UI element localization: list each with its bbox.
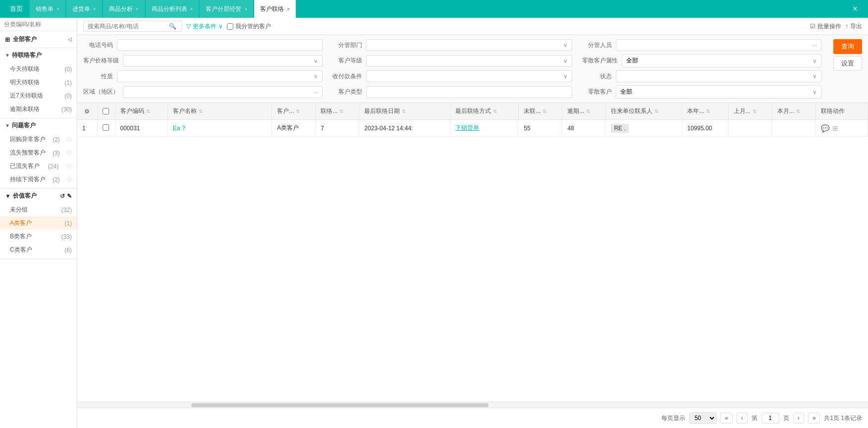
next-page-btn[interactable]: › [793,413,804,424]
no-contact-days: 55 [524,125,530,132]
sidebar-section-value-label[interactable]: 价值客户 [13,192,37,200]
filter-field-retail: 零散客户 全部 ∨ [582,85,821,99]
nav-tab-analysis-close[interactable]: × [136,6,139,12]
filter-select-price-level[interactable]: ∨ [123,55,323,67]
sidebar-search-input[interactable] [4,21,77,28]
customer-type: A类客户 [277,124,299,131]
th-last-month-sort[interactable]: ⇅ [753,108,757,114]
action-qr-icon[interactable]: ⊞ [832,124,838,132]
nav-tab-purchase[interactable]: 进货单 × [66,0,102,18]
nav-tab-sales[interactable]: 销售单 × [30,0,65,18]
th-last-date-sort[interactable]: ⇅ [402,108,406,114]
sidebar-item-a-class[interactable]: A类客户 (1) [0,216,77,230]
td-code: 000031 [115,120,167,137]
nav-tab-customer-mgmt-close[interactable]: × [244,6,247,12]
gear-settings-icon[interactable]: ⚙ [84,108,90,115]
search-button-icon[interactable]: 🔍 [169,23,176,30]
th-this-month-sort[interactable]: ⇅ [796,108,800,114]
filter-field-phone: 电话号码 [83,39,323,51]
sidebar-all-customers-label[interactable]: 全部客户 [13,35,37,44]
first-page-btn[interactable]: « [720,413,733,424]
search-wrap: 🔍 [83,21,182,32]
nav-tab-sales-close[interactable]: × [56,6,59,12]
sidebar-section-problem-header[interactable]: ▼ 问题客户 [0,118,77,133]
filter-select-customer-level[interactable]: ∨ [366,55,572,67]
sidebar-item-declining[interactable]: 持续下滑客户 (2) ⓘ [0,173,77,186]
th-gear: ⚙ [77,103,97,120]
value-refresh-icon[interactable]: ↺ [60,193,65,200]
nav-tab-customer-contact[interactable]: 客户联络 × [254,0,296,18]
horizontal-scrollbar[interactable] [77,402,868,408]
this-year-amount: 10995.00 [687,125,712,132]
filter-select-status[interactable]: ∨ [616,70,821,82]
th-code-sort[interactable]: ⇅ [146,108,150,114]
sidebar-item-b-class[interactable]: B类客户 (33) [0,230,77,243]
prev-page-btn[interactable]: ‹ [737,413,748,424]
sidebar-item-lost[interactable]: 已流失客户 (24) ⓘ [0,160,77,173]
query-button[interactable]: 查询 [833,39,862,54]
th-contact-count-label: 联络... [321,107,337,115]
th-unit-contact-sort[interactable]: ⇅ [654,108,658,114]
sidebar-section-value-header: ▼ 价值客户 ↺ ✎ [0,189,77,203]
filter-select-dept[interactable]: ∨ [366,39,572,51]
th-this-year: 本年... ⇅ [682,103,728,120]
th-type-sort[interactable]: ⇅ [296,108,300,114]
nav-tab-purchase-close[interactable]: × [93,6,96,12]
unit-contact-name: RE . [611,124,628,133]
nav-tab-analysis-list[interactable]: 商品分析列表 × [146,0,199,18]
nav-tab-analysis-list-close[interactable]: × [190,6,193,12]
th-last-type-sort[interactable]: ⇅ [493,108,497,114]
sidebar-item-losswarning[interactable]: 流失预警客户 (3) ⓘ [0,146,77,160]
setting-button[interactable]: 设置 [833,56,862,71]
filter-field-customer-level: 客户等级 ∨ [332,55,572,67]
th-name-sort[interactable]: ⇅ [199,108,203,114]
last-page-btn[interactable]: » [808,413,820,424]
filter-select-retail-attr[interactable]: 全部 ∨ [622,54,821,67]
nav-tab-customer-contact-close[interactable]: × [287,6,290,12]
customer-name[interactable]: Ea ? [173,125,185,132]
th-this-year-sort[interactable]: ⇅ [706,108,710,114]
batch-op-btn[interactable]: ☑ 批量操作 [810,22,841,31]
page-input[interactable] [761,413,779,424]
export-btn[interactable]: ↑ 导出 [845,22,862,31]
value-customer-actions: ↺ ✎ [60,193,72,200]
sidebar-section-pending-header[interactable]: ▼ 待联络客户 [0,48,77,62]
last-contact-type[interactable]: 下销货单 [455,124,479,131]
th-overdue-sort[interactable]: ⇅ [586,108,590,114]
th-no-contact-sort[interactable]: ⇅ [542,108,546,114]
sidebar-item-abnormal[interactable]: 回购异常客户 (2) ⓘ [0,133,77,146]
nav-global-close[interactable]: × [846,0,864,18]
pagination: 每页显示 50 20 100 « ‹ 第 页 › » 共1页 1条记录 [77,408,868,428]
filter-select-region[interactable]: ··· [123,86,323,98]
batch-op-label: 批量操作 [817,22,841,31]
nav-tab-analysis[interactable]: 商品分析 × [103,0,145,18]
my-customers-checkbox[interactable] [227,23,233,30]
filter-select-nature[interactable]: ∨ [117,70,323,82]
nav-tab-customer-mgmt[interactable]: 客户分层经营 × [200,0,253,18]
per-page-select[interactable]: 50 20 100 [689,412,716,424]
filter-more-btn[interactable]: ▽ 更多条件 ∨ [186,22,223,31]
td-last-date: 2023-04-12 14:44: [359,120,450,137]
filter-input-cust-type[interactable] [366,86,572,98]
sidebar-item-7days[interactable]: 近7天待联络 (0) [0,89,77,103]
select-all-checkbox[interactable] [103,108,109,114]
value-edit-icon[interactable]: ✎ [67,193,72,200]
sidebar-collapse-icon[interactable]: ◁ [68,37,72,42]
th-last-month: 上月... ⇅ [728,103,772,120]
row-checkbox[interactable] [103,124,109,131]
filter-select-payment[interactable]: ∨ [366,70,572,82]
sidebar-item-today[interactable]: 今天待联络 (0) [0,62,77,76]
filter-select-person[interactable]: ··· [616,39,821,51]
filter-input-phone[interactable] [117,39,323,51]
action-comment-icon[interactable]: 💬 [821,124,829,132]
sidebar-item-tomorrow[interactable]: 明天待联络 (1) [0,76,77,89]
nav-home[interactable]: 首页 [4,0,29,18]
sidebar-item-overdue[interactable]: 逾期未联络 (30) [0,103,77,116]
sidebar-item-c-class[interactable]: C类客户 (6) [0,243,77,257]
th-contact-count-sort[interactable]: ⇅ [339,108,343,114]
filter-select-retail[interactable]: 全部 ∨ [616,85,821,99]
sidebar-item-ungroup[interactable]: 未分组 (32) [0,203,77,216]
search-input[interactable] [88,23,167,30]
info-icon-losswarning: ⓘ [67,150,72,157]
scrollbar-thumb[interactable] [191,403,488,407]
